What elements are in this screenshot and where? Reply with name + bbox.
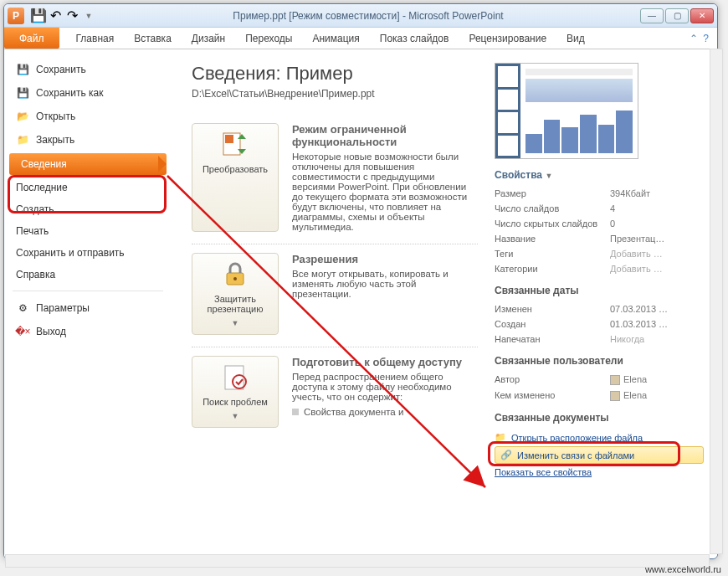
tab-home[interactable]: Главная: [66, 28, 125, 49]
compat-text: Режим ограниченной функциональности Неко…: [292, 123, 478, 232]
tab-insert[interactable]: Вставка: [124, 28, 182, 49]
backstage-content: Сведения: Пример D:\Excel\Статьи\Внедрен…: [172, 49, 717, 558]
person-icon: [610, 375, 620, 385]
prep-text: Подготовить к общему доступу Перед распр…: [292, 356, 478, 428]
info-column: Сведения: Пример D:\Excel\Статьи\Внедрен…: [192, 63, 478, 558]
svg-rect-1: [225, 135, 233, 143]
prop-modified-by: Кем измененоElena: [495, 388, 704, 404]
prop-slides: Число слайдов4: [495, 201, 704, 216]
open-file-location-link[interactable]: 📁Открыть расположение файла: [495, 429, 704, 446]
nav-new[interactable]: Создать: [4, 198, 172, 220]
titlebar: P 💾 ↶ ↷ ▼ Пример.ppt [Режим совместимост…: [4, 4, 717, 28]
backstage: 💾Сохранить 💾Сохранить как 📂Открыть 📁Закр…: [4, 49, 717, 558]
ribbon-tabs: Файл Главная Вставка Дизайн Переходы Ани…: [4, 28, 717, 49]
info-path: D:\Excel\Статьи\Внедрение\Пример.ppt: [192, 88, 478, 100]
nav-info[interactable]: Сведения: [9, 153, 167, 175]
prop-size: Размер394Кбайт: [495, 186, 704, 201]
prop-categories[interactable]: КатегорииДобавить …: [495, 261, 704, 276]
tab-view[interactable]: Вид: [556, 28, 595, 49]
users-heading: Связанные пользователи: [495, 355, 704, 367]
tab-review[interactable]: Рецензирование: [459, 28, 556, 49]
show-all-properties-link[interactable]: Показать все свойства: [495, 464, 704, 481]
tab-animations[interactable]: Анимация: [302, 28, 369, 49]
prop-modified: Изменен07.03.2013 …: [495, 301, 704, 316]
nav-save-as[interactable]: 💾Сохранить как: [4, 81, 172, 105]
section-compatibility: Преобразовать Режим ограниченной функцио…: [192, 115, 478, 244]
window-title: Пример.ppt [Режим совместимости] - Micro…: [96, 10, 640, 22]
nav-separator: [13, 291, 163, 291]
person-icon: [610, 391, 620, 401]
properties-dropdown[interactable]: Свойства ▼: [495, 169, 704, 181]
help-icon[interactable]: ?: [703, 33, 709, 44]
prop-title[interactable]: НазваниеПрезентац…: [495, 231, 704, 246]
undo-icon[interactable]: ↶: [48, 8, 63, 23]
app-window: P 💾 ↶ ↷ ▼ Пример.ppt [Режим совместимост…: [3, 3, 718, 559]
checklist-icon: [221, 363, 249, 392]
convert-icon: [221, 131, 249, 159]
prop-author[interactable]: АвторElena: [495, 372, 704, 388]
nav-close[interactable]: 📁Закрыть: [4, 128, 172, 152]
chevron-down-icon: ▼: [232, 319, 239, 327]
powerpoint-logo-icon: P: [8, 8, 24, 24]
nav-help[interactable]: Справка: [4, 264, 172, 285]
horizontal-scrollbar[interactable]: [5, 554, 710, 559]
folder-close-icon: 📁: [16, 133, 29, 147]
backstage-nav: 💾Сохранить 💾Сохранить как 📂Открыть 📁Закр…: [4, 49, 172, 558]
tab-slideshow[interactable]: Показ слайдов: [370, 28, 459, 49]
folder-icon: 📁: [495, 432, 506, 443]
nav-print[interactable]: Печать: [4, 220, 172, 242]
watermark: www.excelworld.ru: [645, 564, 721, 574]
svg-point-3: [233, 277, 237, 280]
link-icon: 🔗: [500, 450, 512, 460]
qat-dropdown-icon[interactable]: ▼: [81, 8, 96, 23]
section-prepare: Поиск проблем ▼ Подготовить к общему дос…: [192, 347, 478, 440]
vertical-scrollbar[interactable]: [710, 49, 718, 554]
nav-recent[interactable]: Последние: [4, 177, 172, 198]
perm-text: Разрешения Все могут открывать, копирова…: [292, 253, 478, 335]
protect-button[interactable]: Защитить презентацию ▼: [192, 253, 279, 335]
quick-access-toolbar: P 💾 ↶ ↷ ▼: [8, 8, 96, 24]
options-icon: ⚙: [16, 301, 29, 315]
chevron-down-icon: ▼: [232, 412, 239, 420]
minimize-button[interactable]: —: [640, 8, 664, 23]
prop-hidden: Число скрытых слайдов0: [495, 216, 704, 231]
tab-transitions[interactable]: Переходы: [235, 28, 302, 49]
save-icon: 💾: [16, 63, 29, 76]
properties-pane: Свойства ▼ Размер394Кбайт Число слайдов4…: [495, 63, 704, 558]
check-issues-button[interactable]: Поиск проблем ▼: [192, 356, 279, 428]
folder-open-icon: 📂: [16, 110, 29, 123]
nav-save-send[interactable]: Сохранить и отправить: [4, 242, 172, 264]
save-icon[interactable]: 💾: [31, 8, 46, 23]
window-controls: — ▢ ✕: [640, 8, 714, 23]
docs-heading: Связанные документы: [495, 412, 704, 424]
nav-exit[interactable]: �×Выход: [4, 320, 172, 343]
exit-icon: �×: [16, 325, 29, 338]
prop-tags[interactable]: ТегиДобавить …: [495, 246, 704, 261]
close-button[interactable]: ✕: [690, 8, 714, 23]
section-permissions: Защитить презентацию ▼ Разрешения Все мо…: [192, 244, 478, 347]
tab-design[interactable]: Дизайн: [182, 28, 235, 49]
nav-save[interactable]: 💾Сохранить: [4, 58, 172, 81]
prop-created: Создан01.03.2013 …: [495, 316, 704, 332]
lock-icon: [221, 260, 249, 289]
bullet-icon: [292, 409, 299, 415]
maximize-button[interactable]: ▢: [665, 8, 689, 23]
nav-options[interactable]: ⚙Параметры: [4, 296, 172, 320]
ribbon-minimize-icon[interactable]: ⌃: [690, 33, 698, 44]
tab-file[interactable]: Файл: [4, 28, 59, 49]
slide-thumbnail[interactable]: [495, 63, 638, 159]
prop-printed: НапечатанНикогда: [495, 332, 704, 347]
redo-icon[interactable]: ↷: [64, 8, 79, 23]
nav-open[interactable]: 📂Открыть: [4, 105, 172, 128]
info-title: Сведения: Пример: [192, 63, 478, 85]
dates-heading: Связанные даты: [495, 285, 704, 296]
save-as-icon: 💾: [16, 86, 29, 100]
convert-button[interactable]: Преобразовать: [192, 123, 279, 232]
edit-links-link[interactable]: 🔗Изменить связи с файлами: [495, 446, 704, 464]
